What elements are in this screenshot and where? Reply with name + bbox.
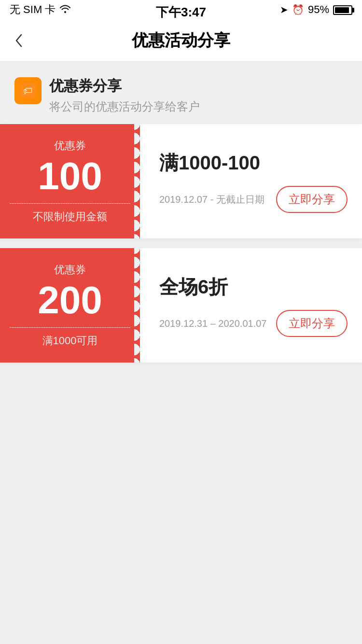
empty-area: [0, 387, 362, 628]
coupon-right-1: 满1000-100 2019.12.07 - 无截止日期 立即分享: [140, 124, 362, 238]
coupon-card-1: 优惠券 100 不限制使用金额 满1000-100 2019.12.07 - 无…: [0, 124, 362, 238]
battery-icon: [333, 3, 352, 16]
status-left: 无 SIM 卡: [10, 2, 71, 17]
coupon-label-2: 优惠券: [54, 263, 86, 277]
svg-text:🏷: 🏷: [23, 85, 33, 96]
cards-container: 优惠券 100 不限制使用金额 满1000-100 2019.12.07 - 无…: [0, 124, 362, 387]
coupon-left-2: 优惠券 200 满1000可用: [0, 248, 140, 363]
coupon-left-1: 优惠券 100 不限制使用金额: [0, 124, 140, 238]
coupon-amount-2: 200: [38, 281, 102, 320]
share-button-1[interactable]: 立即分享: [276, 186, 348, 213]
coupon-date-2: 2019.12.31 – 2020.01.07: [159, 318, 268, 329]
coupon-name-2: 全场6折: [159, 274, 348, 300]
wifi-icon: [59, 3, 71, 16]
coupon-amount-1: 100: [38, 157, 102, 196]
status-right: ➤ ⏰ 95%: [280, 3, 352, 16]
back-button[interactable]: [14, 31, 25, 50]
coupon-date-1: 2019.12.07 - 无截止日期: [159, 193, 268, 206]
page-title: 优惠活动分享: [132, 29, 230, 52]
battery-percent: 95%: [308, 3, 329, 16]
nav-bar: 优惠活动分享: [0, 19, 362, 62]
section-subtitle: 将公司的优惠活动分享给客户: [49, 99, 200, 114]
status-time: 下午3:47: [156, 4, 206, 21]
location-icon: ➤: [280, 4, 288, 15]
section-icon: 🏷: [14, 77, 42, 104]
coupon-card-2: 优惠券 200 满1000可用 全场6折 2019.12.31 – 2020.0…: [0, 248, 362, 363]
coupon-condition-2: 满1000可用: [42, 334, 98, 348]
coupon-right-2: 全场6折 2019.12.31 – 2020.01.07 立即分享: [140, 248, 362, 363]
coupon-divider-2: [10, 327, 130, 328]
coupon-divider-1: [10, 203, 130, 204]
section-header: 🏷 优惠券分享 将公司的优惠活动分享给客户: [0, 62, 362, 124]
coupon-footer-1: 2019.12.07 - 无截止日期 立即分享: [159, 186, 348, 213]
status-bar: 无 SIM 卡 下午3:47 ➤ ⏰ 95%: [0, 0, 362, 19]
section-title: 优惠券分享: [49, 76, 200, 96]
section-text: 优惠券分享 将公司的优惠活动分享给客户: [49, 76, 200, 114]
coupon-label-1: 优惠券: [54, 139, 86, 153]
carrier-label: 无 SIM 卡: [10, 2, 56, 17]
coupon-footer-2: 2019.12.31 – 2020.01.07 立即分享: [159, 310, 348, 337]
coupon-condition-1: 不限制使用金额: [33, 210, 107, 224]
coupon-name-1: 满1000-100: [159, 150, 348, 176]
share-button-2[interactable]: 立即分享: [276, 310, 348, 337]
alarm-icon: ⏰: [292, 4, 304, 15]
